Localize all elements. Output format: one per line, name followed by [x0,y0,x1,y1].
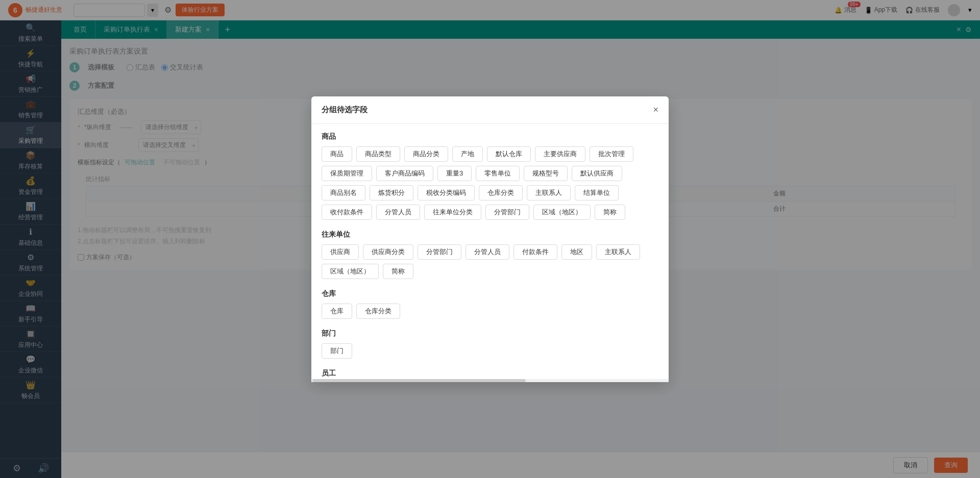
field-tag-product-22[interactable]: 往来单位分类 [424,205,481,220]
field-tag-partner-3[interactable]: 分管部门 [418,244,461,260]
field-tag-product-21[interactable]: 分管人员 [376,205,420,220]
field-group-partner: 往来单位 供应商 供应商分类 分管部门 分管人员 付款条件 地区 主联系人 区域… [322,230,658,279]
field-tag-partner-2[interactable]: 供应商分类 [363,244,413,260]
field-tag-product-6[interactable]: 主要供应商 [535,146,585,162]
field-tags-partner: 供应商 供应商分类 分管部门 分管人员 付款条件 地区 主联系人 区域（地区） … [322,244,658,279]
field-tag-warehouse-2[interactable]: 仓库分类 [356,304,400,319]
field-group-product: 商品 商品 商品类型 商品分类 产地 默认仓库 主要供应商 批次管理 保质期管理… [322,132,658,220]
field-tag-partner-9[interactable]: 简称 [383,264,413,279]
modal-header: 分组待选字段 × [311,96,669,124]
field-tag-product-20[interactable]: 收付款条件 [322,205,372,220]
modal-overlay: 分组待选字段 × 商品 商品 商品类型 商品分类 产地 默认仓库 主要供应商 批… [0,0,980,478]
field-group-warehouse: 仓库 仓库 仓库分类 [322,289,658,319]
field-tag-product-8[interactable]: 保质期管理 [322,166,372,181]
field-tag-product-13[interactable]: 默认供应商 [572,166,622,181]
field-tag-product-10[interactable]: 重量3 [437,166,472,181]
field-tag-product-2[interactable]: 商品类型 [356,146,400,162]
modal-horizontal-scrollbar[interactable] [311,379,669,382]
field-tag-product-19[interactable]: 结算单位 [575,185,619,200]
field-tag-product-1[interactable]: 商品 [322,146,352,162]
field-tag-dept-1[interactable]: 部门 [322,343,352,359]
field-tag-partner-5[interactable]: 付款条件 [513,244,557,260]
modal-close-btn[interactable]: × [653,105,658,115]
field-tag-product-11[interactable]: 零售单位 [476,166,520,181]
field-select-modal: 分组待选字段 × 商品 商品 商品类型 商品分类 产地 默认仓库 主要供应商 批… [311,96,669,382]
field-group-dept: 部门 部门 [322,329,658,359]
field-tag-product-4[interactable]: 产地 [452,146,483,162]
field-tag-partner-7[interactable]: 主联系人 [596,244,640,260]
field-tag-product-25[interactable]: 简称 [595,205,625,220]
field-tags-warehouse: 仓库 仓库分类 [322,304,658,319]
field-tag-partner-6[interactable]: 地区 [561,244,592,260]
field-tag-partner-4[interactable]: 分管人员 [465,244,509,260]
field-tags-dept: 部门 [322,343,658,359]
field-group-employee-title: 员工 [322,369,658,378]
field-tag-product-17[interactable]: 仓库分类 [479,185,523,200]
field-group-dept-title: 部门 [322,329,658,338]
field-tag-product-23[interactable]: 分管部门 [485,205,529,220]
field-tag-product-5[interactable]: 默认仓库 [487,146,531,162]
field-group-warehouse-title: 仓库 [322,289,658,298]
field-tag-product-15[interactable]: 炼货积分 [370,185,413,200]
field-tag-partner-8[interactable]: 区域（地区） [322,264,379,279]
field-tag-product-7[interactable]: 批次管理 [590,146,633,162]
field-group-employee: 员工 业务员 [322,369,658,379]
field-tag-product-3[interactable]: 商品分类 [404,146,448,162]
field-tag-product-18[interactable]: 主联系人 [527,185,571,200]
field-tag-product-14[interactable]: 商品别名 [322,185,365,200]
modal-body[interactable]: 商品 商品 商品类型 商品分类 产地 默认仓库 主要供应商 批次管理 保质期管理… [311,124,669,379]
field-group-partner-title: 往来单位 [322,230,658,239]
field-tag-product-12[interactable]: 规格型号 [524,166,568,181]
field-tag-partner-1[interactable]: 供应商 [322,244,359,260]
field-tags-product: 商品 商品类型 商品分类 产地 默认仓库 主要供应商 批次管理 保质期管理 客户… [322,146,658,220]
modal-hscroll-thumb[interactable] [312,379,526,382]
field-group-product-title: 商品 [322,132,658,141]
field-tag-warehouse-1[interactable]: 仓库 [322,304,352,319]
modal-title: 分组待选字段 [322,105,368,115]
field-tag-product-9[interactable]: 客户商品编码 [376,166,433,181]
field-tag-product-24[interactable]: 区域（地区） [533,205,591,220]
field-tag-product-16[interactable]: 税收分类编码 [418,185,475,200]
